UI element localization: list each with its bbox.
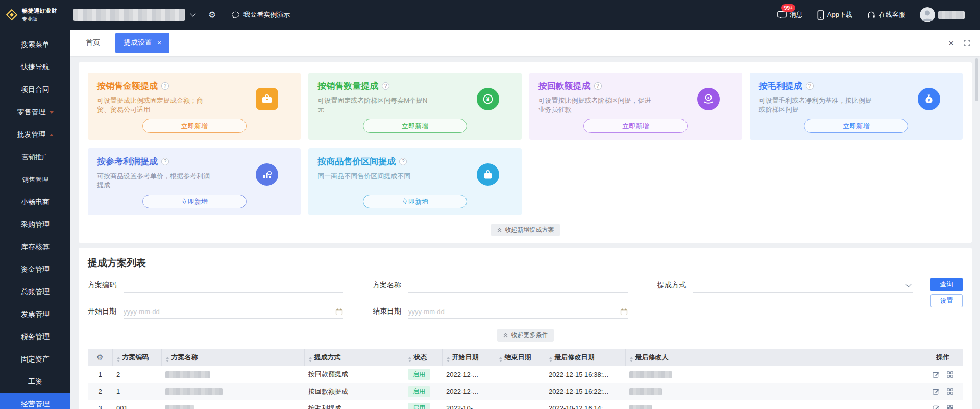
- add-now-button[interactable]: 立即新增: [142, 195, 247, 208]
- tab-commission-settings[interactable]: 提成设置 ×: [115, 33, 169, 53]
- calendar-icon[interactable]: [335, 308, 343, 316]
- end-date-input[interactable]: [408, 308, 620, 316]
- edit-icon[interactable]: [932, 388, 940, 395]
- grid-more-icon[interactable]: [946, 371, 954, 378]
- table-row[interactable]: 2 1 按回款额提成 启用 2022-12-... 2022-12-15 16:…: [88, 383, 963, 400]
- svg-text:¥: ¥: [486, 96, 489, 102]
- plan-name-input[interactable]: [408, 282, 628, 290]
- header-last-modified-date[interactable]: 最后修改日期: [545, 349, 625, 366]
- settings-button[interactable]: 设置: [930, 294, 963, 307]
- cell-modified-by: [625, 383, 709, 400]
- collapse-new-plans-button[interactable]: 收起新增提成方案: [491, 224, 560, 236]
- cell-end-date: [495, 383, 545, 400]
- close-icon[interactable]: ×: [948, 38, 954, 48]
- help-icon[interactable]: ?: [382, 82, 389, 90]
- card-price-range-commission: 按商品售价区间提成? 同一商品不同售价区间提成不同 立即新增: [308, 148, 521, 215]
- sidebar-item-fixed-assets[interactable]: 固定资产: [0, 348, 70, 371]
- add-now-button[interactable]: 立即新增: [363, 119, 467, 133]
- card-title: 按参考利润提成: [97, 156, 158, 167]
- add-now-button[interactable]: 立即新增: [363, 195, 467, 208]
- card-title: 按销售金额提成: [97, 80, 158, 92]
- grid-more-icon[interactable]: [946, 388, 954, 395]
- sidebar-item-tax-mgmt[interactable]: 税务管理: [0, 326, 70, 348]
- vertical-scrollbar[interactable]: [975, 58, 978, 101]
- add-now-button[interactable]: 立即新增: [142, 119, 247, 133]
- header-last-modified-by[interactable]: 最后修改人: [625, 349, 709, 366]
- cell-end-date: [495, 366, 545, 383]
- table-row[interactable]: 3 001 按毛利提成 启用 2022-10-... 2022-10-12 16…: [88, 400, 963, 409]
- sort-icon: [117, 357, 120, 362]
- header-commission-method[interactable]: 提成方式: [304, 349, 404, 366]
- messages-badge: 99+: [781, 4, 795, 12]
- header-plan-code[interactable]: 方案编码: [112, 349, 161, 366]
- column-settings-gear-icon[interactable]: ⚙: [88, 349, 112, 366]
- main-content: 按销售金额提成? 可设置提成比例或固定提成金额；商贸、贸易公司适用 立即新增 按…: [70, 56, 980, 409]
- search-button[interactable]: 查询: [930, 278, 963, 291]
- plan-name-label: 方案名称: [373, 281, 401, 293]
- commission-type-cards-panel: 按销售金额提成? 可设置提成比例或固定提成金额；商贸、贸易公司适用 立即新增 按…: [79, 62, 972, 243]
- card-title: 按销售数量提成: [317, 80, 378, 92]
- collapse-more-filters-button[interactable]: 收起更多条件: [497, 329, 554, 342]
- svg-text:¥: ¥: [928, 98, 930, 103]
- sidebar-item-ecommerce[interactable]: 小畅电商: [0, 191, 70, 213]
- calendar-icon[interactable]: [620, 308, 628, 316]
- sidebar-item-search-menu[interactable]: 搜索菜单: [0, 34, 70, 56]
- edit-icon[interactable]: [932, 404, 940, 409]
- sidebar-item-retail-mgmt[interactable]: 零售管理: [0, 101, 70, 124]
- header-status[interactable]: 状态: [404, 349, 442, 366]
- settings-gear-icon[interactable]: ⚙: [208, 11, 216, 19]
- add-now-button[interactable]: 立即新增: [804, 119, 908, 133]
- demo-link[interactable]: 我要看实例演示: [231, 10, 290, 19]
- organization-dropdown[interactable]: [74, 9, 195, 21]
- app-logo: 畅捷通好业财 专业版: [0, 0, 67, 30]
- header-plan-name[interactable]: 方案名称: [161, 349, 304, 366]
- online-support-button[interactable]: 在线客服: [867, 10, 905, 19]
- help-icon[interactable]: ?: [399, 158, 407, 165]
- sidebar-item-general-ledger[interactable]: 总账管理: [0, 281, 70, 303]
- sidebar-item-invoice-mgmt[interactable]: 发票管理: [0, 303, 70, 326]
- header-actions[interactable]: 操作: [923, 349, 963, 366]
- user-name-redacted: [938, 11, 965, 19]
- sidebar-item-business-mgmt[interactable]: 经营管理: [0, 393, 70, 409]
- help-icon[interactable]: ?: [594, 82, 602, 90]
- caret-up-icon: [50, 134, 54, 136]
- start-date-input[interactable]: [124, 308, 335, 316]
- svg-text:¥: ¥: [707, 95, 710, 100]
- sidebar-item-marketing-promo[interactable]: 营销推广: [0, 146, 70, 169]
- sidebar-item-purchase-mgmt[interactable]: 采购管理: [0, 213, 70, 236]
- plan-code-field: 方案编码: [88, 279, 343, 293]
- briefcase-icon: [256, 88, 278, 110]
- sort-icon: [630, 357, 633, 362]
- grid-more-icon[interactable]: [946, 404, 954, 409]
- commission-method-select[interactable]: [693, 279, 913, 293]
- user-menu[interactable]: [920, 7, 965, 22]
- row-number: 2: [88, 383, 112, 400]
- start-date-label: 开始日期: [88, 307, 116, 319]
- fullscreen-icon[interactable]: [963, 39, 971, 47]
- sidebar-item-payroll[interactable]: 工资: [0, 371, 70, 393]
- plan-code-input[interactable]: [124, 282, 343, 290]
- sidebar-item-quick-nav[interactable]: 快捷导航: [0, 56, 70, 79]
- tab-close-icon[interactable]: ×: [157, 39, 161, 46]
- table-row[interactable]: 1 2 按回款额提成 启用 2022-12-... 2022-12-15 16:…: [88, 366, 963, 383]
- topbar-right: 99+ 消息 App下载 在线客服: [777, 7, 980, 22]
- cell-modified-by: [625, 400, 709, 409]
- help-icon[interactable]: ?: [161, 82, 169, 90]
- sidebar-item-project-contract[interactable]: 项目合同: [0, 79, 70, 101]
- sidebar-item-wholesale-mgmt[interactable]: 批发管理: [0, 124, 70, 146]
- cell-commission-method: 按回款额提成: [304, 366, 404, 383]
- header-end-date[interactable]: 结束日期: [495, 349, 545, 366]
- sidebar-item-funds-mgmt[interactable]: 资金管理: [0, 258, 70, 281]
- sidebar-item-sales-mgmt[interactable]: 销售管理: [0, 169, 70, 191]
- sidebar-item-inventory-accounting[interactable]: 库存核算: [0, 236, 70, 258]
- card-description: 可按商品设置参考单价，根据参考利润提成: [97, 172, 210, 190]
- app-download-button[interactable]: App下载: [817, 10, 852, 20]
- commission-method-label: 提成方式: [657, 281, 686, 293]
- help-icon[interactable]: ?: [161, 158, 169, 165]
- edit-icon[interactable]: [932, 371, 940, 378]
- header-start-date[interactable]: 开始日期: [442, 349, 495, 366]
- tab-home[interactable]: 首页: [78, 30, 108, 56]
- add-now-button[interactable]: 立即新增: [583, 119, 688, 133]
- messages-button[interactable]: 99+ 消息: [777, 10, 803, 19]
- help-icon[interactable]: ?: [806, 82, 814, 90]
